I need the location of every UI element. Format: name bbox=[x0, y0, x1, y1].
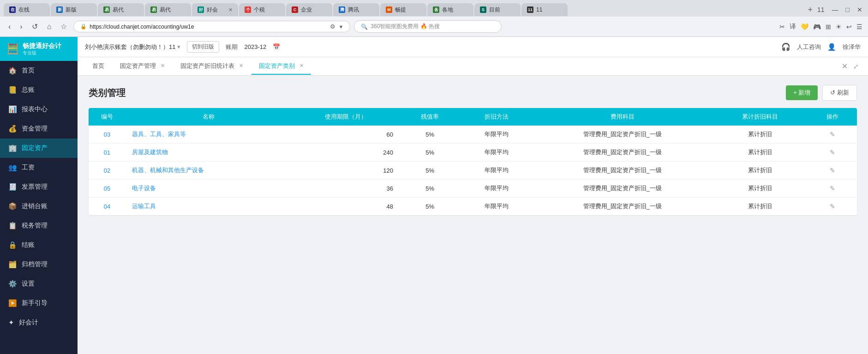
table-cell-code[interactable]: 02 bbox=[89, 162, 126, 180]
page-tab-label: 固定资产管理 bbox=[120, 62, 156, 70]
new-tab-button[interactable]: + bbox=[806, 5, 814, 15]
toolbar-icons: ✂ 译 💛 🎮 ⊞ ☀ ↩ ☰ bbox=[779, 23, 862, 31]
site-settings-icon[interactable]: ⚙ bbox=[330, 23, 335, 30]
sidebar-item-funds[interactable]: 💰 资金管理 bbox=[0, 119, 78, 138]
header-username[interactable]: 徐泽华 bbox=[843, 43, 861, 51]
scissors-icon[interactable]: ✂ bbox=[779, 23, 785, 30]
sidebar-item-home[interactable]: 🏠 首页 bbox=[0, 61, 78, 80]
search-text: 360智能抠图免费用 🔥 热搜 bbox=[371, 23, 440, 30]
table-cell-name[interactable]: 运输工具 bbox=[126, 198, 292, 216]
table-cell-code[interactable]: 05 bbox=[89, 180, 126, 198]
close-panel-button[interactable]: ✕ bbox=[840, 62, 850, 71]
table-cell-name[interactable]: 房屋及建筑物 bbox=[126, 144, 292, 162]
undo-icon[interactable]: ↩ bbox=[846, 23, 852, 30]
page-tab-close-button[interactable]: ✕ bbox=[161, 63, 165, 69]
browser-tab-t11[interactable]: S 目前 bbox=[474, 3, 521, 16]
sidebar-label-ledger: 总账 bbox=[22, 86, 35, 94]
maximize-button[interactable]: □ bbox=[844, 6, 851, 13]
page-tab-close-button[interactable]: ✕ bbox=[239, 63, 243, 69]
page-tab-close-button[interactable]: ✕ bbox=[299, 63, 304, 69]
expand-panel-button[interactable]: ⤢ bbox=[851, 63, 861, 70]
tab-favicon: 11 bbox=[527, 6, 533, 13]
sidebar-item-settings[interactable]: ⚙️ 设置 bbox=[0, 274, 78, 294]
edit-button[interactable]: ✎ bbox=[830, 149, 835, 156]
grid-icon[interactable]: ⊞ bbox=[826, 23, 831, 30]
sidebar-icon-home: 🏠 bbox=[8, 66, 17, 75]
game-icon[interactable]: 🎮 bbox=[813, 23, 821, 30]
browser-tab-t7[interactable]: C 企业 bbox=[286, 3, 332, 16]
page-tab-home[interactable]: 首页 bbox=[85, 58, 112, 75]
search-bar[interactable]: 🔍 360智能抠图免费用 🔥 热搜 bbox=[354, 20, 502, 33]
minimize-button[interactable]: — bbox=[830, 6, 840, 13]
address-bar: ‹ › ↺ ⌂ ☆ 🔒 https://cloud.chanjet.com/ac… bbox=[0, 17, 868, 37]
browser-tab-t9[interactable]: M 畅提 bbox=[380, 3, 426, 16]
reload-button[interactable]: ↺ bbox=[29, 21, 41, 32]
forward-button[interactable]: › bbox=[17, 22, 25, 32]
browser-tab-t12[interactable]: 11 11 bbox=[521, 3, 568, 16]
browser-tab-t8[interactable]: 腾 腾讯 bbox=[333, 3, 379, 16]
table-cell-name[interactable]: 器具、工具、家具等 bbox=[126, 126, 292, 144]
table-cell-expense-account: 管理费用_固定资产折旧_一级 bbox=[533, 144, 712, 162]
page-tab-fixed-asset-mgmt[interactable]: 固定资产管理 ✕ bbox=[113, 58, 172, 75]
edit-button[interactable]: ✎ bbox=[830, 131, 835, 138]
add-category-button[interactable]: + 新增 bbox=[786, 85, 818, 100]
url-bar[interactable]: 🔒 https://cloud.chanjet.com/accounting/u… bbox=[73, 21, 350, 32]
table-cell-code[interactable]: 04 bbox=[89, 198, 126, 216]
sidebar-item-ledger[interactable]: 📒 总账 bbox=[0, 80, 78, 100]
menu-icon[interactable]: ☰ bbox=[856, 23, 862, 30]
page-body: 类别管理 + 新增 ↺ 刷新 编号名称使用期限（月）残值率折旧方法费用科目累计折… bbox=[78, 76, 868, 354]
sidebar-item-payroll[interactable]: 👥 工资 bbox=[0, 158, 78, 177]
back-button[interactable]: ‹ bbox=[6, 22, 13, 32]
sidebar-icon-payroll: 👥 bbox=[8, 163, 17, 172]
sidebar-item-reports[interactable]: 📊 报表中心 bbox=[0, 100, 78, 119]
browser-tab-t10[interactable]: 各 各地 bbox=[427, 3, 473, 16]
calendar-icon[interactable]: 📅 bbox=[273, 43, 280, 50]
tab-close-button[interactable]: ✕ bbox=[228, 7, 233, 13]
browser-tab-t4[interactable]: 易 易代 bbox=[145, 3, 191, 16]
table-cell-name[interactable]: 机器、机械和其他生产设备 bbox=[126, 162, 292, 180]
dropdown-icon[interactable]: ▾ bbox=[177, 43, 180, 50]
edit-button[interactable]: ✎ bbox=[830, 167, 835, 174]
browser-tab-t2[interactable]: 新 新版 bbox=[51, 3, 97, 16]
data-table: 编号名称使用期限（月）残值率折旧方法费用科目累计折旧科目操作 03 器具、工具、… bbox=[89, 108, 857, 215]
table-cell-expense-account: 管理费用_固定资产折旧_一级 bbox=[533, 162, 712, 180]
browser-tab-t3[interactable]: 易 易代 bbox=[98, 3, 144, 16]
sidebar-icon-funds: 💰 bbox=[8, 125, 17, 133]
sidebar-item-tax[interactable]: 📋 税务管理 bbox=[0, 216, 78, 235]
bookmark-button[interactable]: ☆ bbox=[58, 21, 70, 32]
table-cell-code[interactable]: 03 bbox=[89, 126, 126, 144]
expand-icon[interactable]: ▼ bbox=[338, 24, 343, 30]
browser-tab-t5[interactable]: 好 好会 ✕ bbox=[192, 3, 238, 16]
tab-count-badge[interactable]: 11 bbox=[815, 6, 826, 13]
wallet-icon[interactable]: 💛 bbox=[801, 23, 808, 30]
translate-icon[interactable]: 译 bbox=[790, 23, 796, 31]
sidebar-item-inventory[interactable]: 📦 进销台账 bbox=[0, 197, 78, 216]
home-button[interactable]: ⌂ bbox=[44, 22, 54, 32]
sidebar-item-more[interactable]: ✦ 好会计 bbox=[0, 313, 78, 332]
edit-button[interactable]: ✎ bbox=[830, 203, 835, 210]
switch-version-button[interactable]: 切到旧版 bbox=[187, 41, 219, 53]
brightness-icon[interactable]: ☀ bbox=[836, 23, 842, 30]
close-window-button[interactable]: ✕ bbox=[855, 6, 864, 13]
sidebar-label-closing: 结账 bbox=[22, 241, 35, 249]
service-label[interactable]: 人工咨询 bbox=[797, 43, 821, 51]
sidebar-item-invoices[interactable]: 🧾 发票管理 bbox=[0, 177, 78, 197]
table-cell-name[interactable]: 电子设备 bbox=[126, 180, 292, 198]
tab-title: 腾讯 bbox=[348, 6, 374, 14]
tab-favicon: 各 bbox=[433, 6, 439, 13]
sidebar-item-fixed-assets[interactable]: 🏢 固定资产 bbox=[0, 138, 78, 158]
sidebar-item-closing[interactable]: 🔒 结账 bbox=[0, 235, 78, 255]
sidebar-item-guide[interactable]: ▶️ 新手引导 bbox=[0, 294, 78, 313]
edit-button[interactable]: ✎ bbox=[830, 185, 835, 192]
table-cell-code[interactable]: 01 bbox=[89, 144, 126, 162]
sidebar-label-home: 首页 bbox=[22, 66, 35, 75]
page-tab-fixed-asset-category[interactable]: 固定资产类别 ✕ bbox=[251, 58, 311, 75]
browser-tab-t6[interactable]: 个 个税 bbox=[239, 3, 285, 16]
sidebar-item-archive[interactable]: 🗂️ 归档管理 bbox=[0, 255, 78, 274]
refresh-button[interactable]: ↺ 刷新 bbox=[822, 85, 857, 101]
tab-favicon: 个 bbox=[245, 6, 251, 13]
browser-tab-t1[interactable]: 在 在线 bbox=[4, 3, 50, 16]
page-tab-fixed-asset-depreciation[interactable]: 固定资产折旧统计表 ✕ bbox=[173, 58, 251, 75]
tab-title: 11 bbox=[536, 6, 562, 13]
tab-title: 在线 bbox=[18, 6, 44, 14]
